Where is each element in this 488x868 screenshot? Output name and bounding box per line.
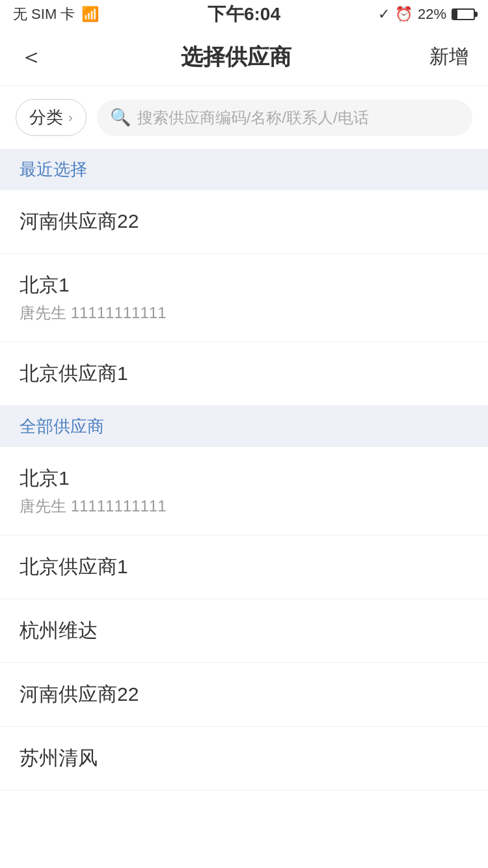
list-item-a3[interactable]: 杭州维达 [0,599,488,663]
nav-bar: ＜ 选择供应商 新增 [0,29,488,86]
item-name-a2: 北京供应商1 [20,554,468,580]
item-sub-a1: 唐先生 11111111111 [20,496,468,517]
section-header-text-all: 全部供应商 [20,416,104,436]
item-name-a3: 杭州维达 [20,617,468,644]
battery-percent: 22% [418,6,446,23]
section-header-text-recent: 最近选择 [20,159,87,179]
list-item-a4[interactable]: 河南供应商22 [0,663,488,727]
status-left: 无 SIM 卡 📶 [13,5,99,24]
battery-icon [452,8,475,20]
list-item-r2[interactable]: 北京1唐先生 11111111111 [0,254,488,342]
wifi-icon: 📶 [81,6,99,23]
page-title: 选择供应商 [181,42,291,72]
category-label: 分类 [29,106,63,129]
item-sub-r2: 唐先生 11111111111 [20,303,468,323]
add-button[interactable]: 新增 [429,44,468,70]
category-button[interactable]: 分类 › [16,99,87,136]
list-item-r1[interactable]: 河南供应商22 [0,190,488,254]
item-name-a4: 河南供应商22 [20,681,468,708]
section-header-recent: 最近选择 [0,149,488,190]
list-item-a1[interactable]: 北京1唐先生 11111111111 [0,447,488,536]
search-icon: 🔍 [110,107,131,128]
sections-container: 最近选择河南供应商22北京1唐先生 11111111111北京供应商1全部供应商… [0,149,488,791]
list-item-a2[interactable]: 北京供应商1 [0,536,488,599]
back-button[interactable]: ＜ [20,41,43,73]
search-placeholder: 搜索供应商编码/名称/联系人/电话 [137,107,369,128]
chevron-right-icon: › [68,110,73,125]
item-name-r2: 北京1 [20,272,468,299]
status-right: ✓ ⏰ 22% [378,6,475,23]
item-name-a5: 苏州清风 [20,745,468,772]
search-box[interactable]: 🔍 搜索供应商编码/名称/联系人/电话 [97,100,472,136]
no-sim-label: 无 SIM 卡 [13,5,75,24]
alarm-icon: ⏰ [395,6,413,23]
item-name-r1: 河南供应商22 [20,208,468,235]
status-time: 下午6:04 [208,2,280,27]
section-header-all: 全部供应商 [0,406,488,447]
status-bar: 无 SIM 卡 📶 下午6:04 ✓ ⏰ 22% [0,0,488,29]
list-item-r3[interactable]: 北京供应商1 [0,342,488,406]
list-item-a5[interactable]: 苏州清风 [0,727,488,791]
location-icon: ✓ [378,6,390,23]
item-name-r3: 北京供应商1 [20,360,468,387]
filter-bar: 分类 › 🔍 搜索供应商编码/名称/联系人/电话 [0,86,488,149]
item-name-a1: 北京1 [20,465,468,492]
